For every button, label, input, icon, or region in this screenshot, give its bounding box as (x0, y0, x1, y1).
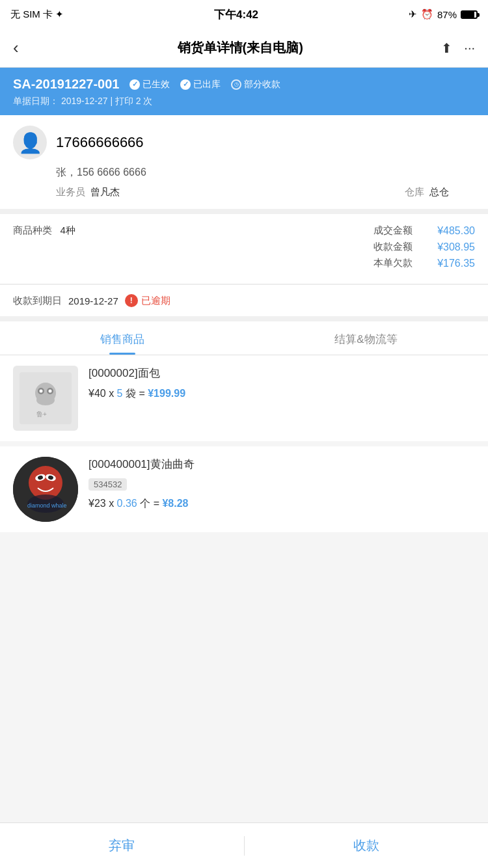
battery-icon (461, 10, 478, 19)
product-item: 鲁+ [0000002]面包 ¥40 x 5 袋 = ¥199.99 (0, 355, 488, 441)
product-unit-price-1: ¥40 (88, 388, 106, 399)
sales-label: 业务员 (56, 186, 85, 198)
status-shipped: ✓ 已出库 (180, 79, 221, 90)
product-name-2: [000400001]黄油曲奇 (88, 457, 475, 472)
deal-amount-label: 成交金额 (373, 224, 413, 237)
product-price-row-2: ¥23 x 0.36 个 = ¥8.28 (88, 497, 475, 511)
tabs-section: 销售商品 结算&物流等 (0, 321, 488, 355)
overdue-badge: ! 已逾期 (125, 294, 170, 307)
tab-products[interactable]: 销售商品 (0, 321, 244, 355)
nav-bar: ‹ 销货单详情(来自电脑) ⬆ ··· (0, 29, 488, 68)
customer-avatar: 👤 (13, 126, 47, 159)
order-id: SA-20191227-001 (13, 77, 119, 92)
product-image-1: 鲁+ (13, 366, 78, 431)
product-qty-2: 0.36 (117, 498, 137, 509)
category-value: 4种 (60, 224, 75, 236)
owed-value: ¥176.35 (423, 258, 475, 269)
page-title: 销货单详情(来自电脑) (178, 39, 303, 57)
product-badge-2: 534532 (88, 478, 127, 491)
product-info-2: [000400001]黄油曲奇 534532 ¥23 x 0.36 个 = ¥8… (88, 457, 475, 511)
section-divider-1 (0, 209, 488, 214)
product-name-1: [0000002]面包 (88, 366, 475, 381)
customer-phone: 17666666666 (56, 134, 144, 151)
overdue-text: 已逾期 (141, 295, 170, 307)
product-unit-price-2: ¥23 (88, 498, 106, 509)
svg-point-5 (49, 390, 52, 393)
status-time: 下午4:42 (214, 7, 258, 22)
owed-label: 本单欠款 (373, 257, 413, 269)
customer-info-row: 业务员 曾凡杰 仓库 总仓 (56, 186, 475, 198)
collected-label: 收款金额 (373, 241, 413, 253)
section-divider-2 (0, 316, 488, 321)
overdue-icon: ! (125, 294, 138, 307)
back-button[interactable]: ‹ (13, 38, 39, 58)
product-item-2: diamond whale [000400001]黄油曲奇 534532 ¥23… (0, 446, 488, 532)
customer-name-phone: 张，156 6666 6666 (56, 166, 475, 180)
product-total-1: ¥199.99 (148, 388, 185, 399)
warehouse-label: 仓库 (405, 186, 424, 198)
category-label: 商品种类 (13, 224, 52, 236)
order-date-info: 单据日期： 2019-12-27 | 打印 2 次 (13, 96, 475, 107)
location-icon: ✈ (409, 8, 417, 20)
status-effective: ✓ 已生效 (129, 79, 170, 90)
customer-section: 👤 17666666666 张，156 6666 6666 业务员 曾凡杰 仓库… (0, 115, 488, 209)
warehouse-name: 总仓 (429, 186, 449, 198)
due-label: 收款到期日 (13, 295, 62, 307)
sales-name: 曾凡杰 (90, 186, 120, 198)
avatar-icon: 👤 (18, 131, 42, 154)
status-bar: 无 SIM 卡 ✦ 下午4:42 ✈ ⏰ 87% (0, 0, 488, 29)
product-price-row-1: ¥40 x 5 袋 = ¥199.99 (88, 387, 475, 401)
svg-text:鲁+: 鲁+ (36, 411, 47, 418)
due-section: 收款到期日 2019-12-27 ! 已逾期 (0, 284, 488, 316)
summary-left: 商品种类 4种 (13, 224, 75, 237)
confirm-button[interactable]: 收款 (245, 828, 489, 863)
collected-value: ¥308.95 (423, 241, 475, 253)
due-date: 2019-12-27 (68, 295, 118, 306)
product-image-2: diamond whale (13, 457, 78, 522)
svg-text:diamond whale: diamond whale (27, 502, 67, 509)
status-right: ✈ ⏰ 87% (409, 8, 478, 20)
alarm-icon: ⏰ (421, 8, 433, 20)
product-qty-1: 5 (117, 388, 123, 399)
status-partial-payment: ◷ 部分收款 (231, 79, 280, 90)
summary-right: 成交金额 ¥485.30 收款金额 ¥308.95 本单欠款 ¥176.35 (373, 224, 475, 273)
tab-settlement[interactable]: 结算&物流等 (244, 321, 488, 355)
share-button[interactable]: ⬆ (441, 40, 452, 56)
cancel-button[interactable]: 弃审 (0, 828, 244, 863)
product-info-1: [0000002]面包 ¥40 x 5 袋 = ¥199.99 (88, 366, 475, 401)
product-list: 鲁+ [0000002]面包 ¥40 x 5 袋 = ¥199.99 (0, 355, 488, 532)
battery-percent: 87% (437, 9, 457, 20)
nav-actions: ⬆ ··· (441, 40, 475, 56)
summary-section: 商品种类 4种 成交金额 ¥485.30 收款金额 ¥308.95 本单欠款 ¥… (0, 214, 488, 284)
order-header-banner: SA-20191227-001 ✓ 已生效 ✓ 已出库 ◷ 部分收款 单据日期：… (0, 68, 488, 115)
svg-point-4 (40, 390, 43, 393)
more-button[interactable]: ··· (464, 40, 475, 55)
deal-amount-value: ¥485.30 (423, 225, 475, 237)
product-total-2: ¥8.28 (162, 498, 188, 509)
bottom-bar: 弃审 收款 (0, 822, 488, 868)
svg-point-6 (36, 395, 55, 405)
status-left: 无 SIM 卡 ✦ (10, 8, 64, 21)
